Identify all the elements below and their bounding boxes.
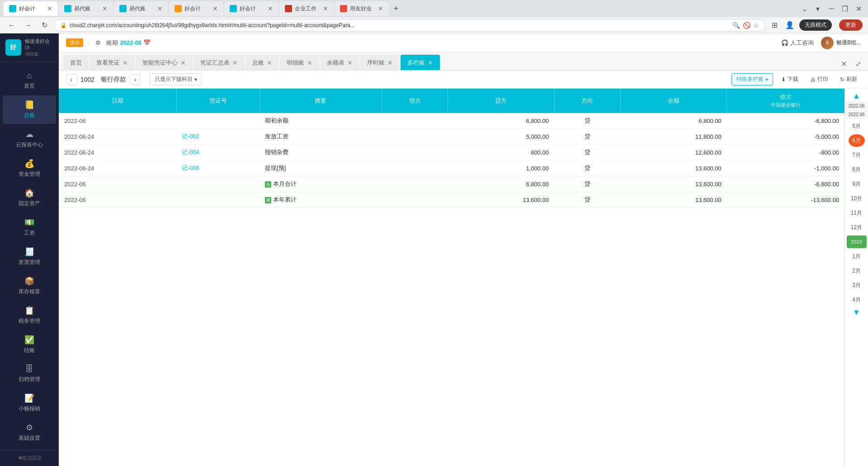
- calendar-scroll-down[interactable]: ▼: [853, 307, 861, 318]
- sidebar-item-invoice[interactable]: 🧾 发票管理: [3, 242, 56, 271]
- account-next-button[interactable]: ›: [130, 74, 141, 85]
- sidebar-item-assets[interactable]: 🏠 固定资产: [3, 184, 56, 212]
- user-avatar[interactable]: B: [821, 37, 834, 49]
- tab-close-icon[interactable]: ✕: [378, 5, 383, 12]
- calendar-month-2-2023[interactable]: 2月: [847, 264, 867, 277]
- subject-filter-dropdown[interactable]: 只显示下级科目 ▾: [150, 73, 202, 85]
- browser-tab-bar: 好会计 ✕ 易代账 ✕ 易代账 ✕ 好会计 ✕ 好会计 ✕ 企业工作 ✕ 用友好…: [0, 0, 868, 17]
- url-input[interactable]: 🔒 cloud2.chanjet.com/accounting/uh26t264…: [54, 19, 765, 32]
- reload-button[interactable]: ↻: [38, 19, 51, 32]
- browser-tab-6[interactable]: 用友好业 ✕: [335, 1, 389, 16]
- calendar-scroll-up[interactable]: ▲: [853, 90, 861, 102]
- sidebar-item-ledger[interactable]: 📒 总账: [3, 95, 56, 124]
- sidebar-item-inventory[interactable]: 📦 库存核算: [3, 272, 56, 300]
- tab-balance-close-icon[interactable]: ✕: [347, 59, 353, 66]
- tab-smart-voucher[interactable]: 智能凭证中心 ✕: [136, 55, 193, 70]
- calendar-month-8[interactable]: 8月: [847, 163, 867, 176]
- calendar-icon[interactable]: 📅: [143, 39, 151, 46]
- tab-close-icon[interactable]: ✕: [268, 5, 273, 12]
- settings-btn[interactable]: ⚙: [95, 39, 101, 46]
- tab-close-window-btn[interactable]: ✕: [837, 57, 850, 70]
- voucher-link[interactable]: 记-002: [182, 133, 199, 140]
- voucher-link[interactable]: 记-006: [182, 165, 199, 171]
- tab-voucher-summary-close-icon[interactable]: ✕: [232, 59, 238, 66]
- bookmark-icon[interactable]: ☆: [753, 22, 759, 29]
- window-minimize-button[interactable]: [826, 3, 837, 14]
- stealth-mode-button[interactable]: 无痕模式: [799, 19, 832, 31]
- search-icon[interactable]: 🔍: [732, 22, 740, 29]
- calendar-month-6[interactable]: 6月: [849, 134, 865, 147]
- browser-tab-3[interactable]: 好会计 ✕: [169, 1, 223, 16]
- tab-close-icon[interactable]: ✕: [212, 5, 218, 12]
- back-button[interactable]: ←: [5, 19, 18, 32]
- sidebar-item-report[interactable]: ☁ 云报表中心: [3, 125, 56, 153]
- tab-general-ledger-close-icon[interactable]: ✕: [267, 59, 272, 66]
- account-nav: ‹ 1002 银行存款 › 只显示下级科目 ▾ 特殊多栏账 ▾ ⬇ 下载 🖨: [59, 71, 868, 89]
- tab-label: 易代账: [74, 5, 99, 13]
- tab-maximize-window-btn[interactable]: ⤢: [852, 57, 864, 70]
- sidebar-item-settings[interactable]: ⚙ 基础设置: [3, 418, 56, 447]
- account-prev-button[interactable]: ‹: [66, 74, 77, 85]
- tab-voucher-close-icon[interactable]: ✕: [123, 59, 128, 66]
- calendar-month-3-2023[interactable]: 3月: [847, 279, 867, 292]
- forward-button[interactable]: →: [22, 19, 34, 32]
- extensions-button[interactable]: ⊞: [769, 19, 780, 31]
- tab-close-icon[interactable]: ✕: [102, 5, 108, 12]
- sidebar-item-expense[interactable]: 📝 小畅报销: [3, 389, 56, 417]
- calendar-month-7[interactable]: 7月: [847, 149, 867, 161]
- tab-close-icon[interactable]: ✕: [323, 5, 328, 12]
- download-button[interactable]: ⬇ 下载: [778, 74, 802, 85]
- calendar-month-11[interactable]: 11月: [847, 207, 867, 219]
- special-account-button[interactable]: 特殊多栏账 ▾: [731, 73, 773, 85]
- tab-multi-column-close-icon[interactable]: ✕: [428, 59, 433, 66]
- window-restore-button[interactable]: [839, 3, 851, 14]
- calendar-month-10[interactable]: 10月: [847, 192, 867, 205]
- calendar-month-9[interactable]: 9月: [847, 178, 867, 190]
- tab-sequence-close-icon[interactable]: ✕: [387, 59, 393, 66]
- voucher-link[interactable]: 记-004: [182, 149, 199, 155]
- calendar-month-5[interactable]: 5月: [847, 120, 867, 132]
- tab-close-icon[interactable]: ✕: [47, 5, 52, 12]
- sidebar-collapse-button[interactable]: ◀取消固定: [0, 450, 59, 466]
- tab-multi-column[interactable]: 多栏账 ✕: [401, 55, 440, 70]
- window-close-button[interactable]: [853, 3, 864, 14]
- tab-close-icon[interactable]: ✕: [157, 5, 163, 12]
- tab-home[interactable]: 首页: [63, 55, 89, 70]
- sidebar-label-archive: 归档管理: [19, 376, 40, 383]
- th-extra: 借方 中国建设银行: [727, 89, 844, 113]
- tab-voucher-summary[interactable]: 凭证汇总表 ✕: [193, 55, 245, 70]
- dropdown-button[interactable]: ▾: [812, 3, 824, 14]
- profile-button[interactable]: 👤: [784, 19, 796, 31]
- incognito-icon[interactable]: 🚫: [743, 22, 750, 29]
- sidebar-item-archive[interactable]: 🗄 归档管理: [3, 360, 56, 388]
- update-button[interactable]: 更新: [839, 19, 863, 31]
- calendar-month-1-2023[interactable]: 1月: [847, 250, 867, 263]
- refresh-button[interactable]: ↻ 刷新: [836, 74, 861, 85]
- sidebar-item-salary[interactable]: 💵 工资: [3, 213, 56, 241]
- browser-tab-2[interactable]: 易代账 ✕: [114, 1, 168, 16]
- fund-icon: 💰: [24, 159, 34, 169]
- tab-sequence[interactable]: 序时账 ✕: [360, 55, 400, 70]
- tab-general-ledger[interactable]: 总账 ✕: [245, 55, 279, 70]
- sidebar-item-home[interactable]: ⌂ 首页: [3, 66, 56, 94]
- new-tab-button[interactable]: +: [390, 2, 402, 15]
- sidebar-item-close[interactable]: ✅ 结账: [3, 330, 56, 359]
- tab-voucher[interactable]: 查看凭证 ✕: [90, 55, 135, 70]
- tab-detail-ledger[interactable]: 明细账 ✕: [280, 55, 319, 70]
- tab-detail-ledger-close-icon[interactable]: ✕: [307, 59, 312, 66]
- browser-tab-active[interactable]: 好会计 ✕: [4, 1, 58, 16]
- tab-balance[interactable]: 余额表 ✕: [320, 55, 359, 70]
- print-button[interactable]: 🖨 打印: [807, 74, 832, 85]
- ai-consult-button[interactable]: 🎧 人工咨询: [781, 39, 814, 47]
- sidebar-item-fund[interactable]: 💰 资金管理: [3, 154, 56, 183]
- sidebar-item-tax[interactable]: 📋 税务管理: [3, 301, 56, 329]
- address-bar: ← → ↻ 🔒 cloud2.chanjet.com/accounting/uh…: [0, 17, 868, 33]
- browser-tab-5[interactable]: 企业工作 ✕: [279, 1, 334, 16]
- tab-smart-voucher-close-icon[interactable]: ✕: [180, 59, 186, 66]
- browser-tab-1[interactable]: 易代账 ✕: [59, 1, 113, 16]
- minimize-button[interactable]: ⌄: [798, 3, 810, 14]
- calendar-month-12[interactable]: 12月: [847, 221, 867, 234]
- browser-tab-4[interactable]: 好会计 ✕: [224, 1, 278, 16]
- td-date: 2022-06: [59, 176, 176, 192]
- calendar-month-4-2023[interactable]: 4月: [847, 293, 867, 306]
